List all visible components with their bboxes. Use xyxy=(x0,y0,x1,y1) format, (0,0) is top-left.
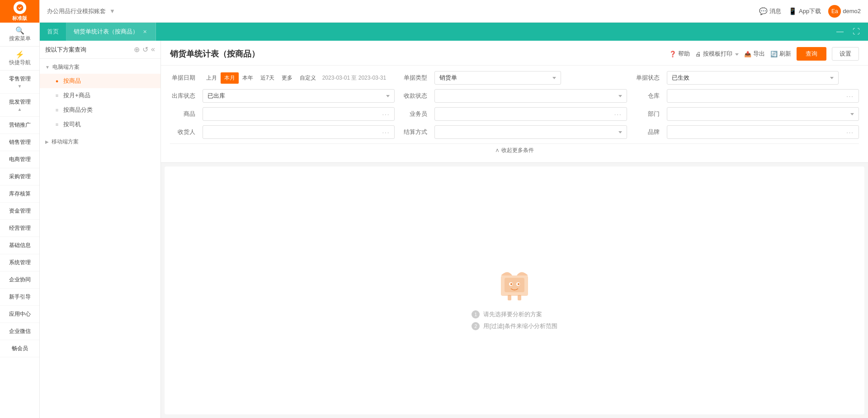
sidebar-item-purchase[interactable]: 采购管理 xyxy=(0,168,39,185)
receiver-input[interactable]: ··· xyxy=(203,125,395,139)
tab-minimize-icon[interactable]: — xyxy=(834,25,846,38)
by-category-label: 按商品分类 xyxy=(63,106,93,114)
main-area: 办公用品行业模拟账套 ▼ 💬 消息 📱 App下载 Ea demo2 首页 销货… xyxy=(40,0,868,418)
tab-bar: 首页 销货单统计表（按商品） ✕ — ⛶ xyxy=(40,23,868,41)
by-product-label: 按商品 xyxy=(63,77,81,85)
scheme-group-mobile-title[interactable]: ▶ 移动端方案 xyxy=(40,135,160,148)
sidebar-item-app-center[interactable]: 应用中心 xyxy=(0,306,39,323)
brand-dots[interactable]: ··· xyxy=(846,129,854,136)
sidebar-item-wechat[interactable]: 企业微信 xyxy=(0,323,39,340)
page-title-area: 销货单统计表（按商品） ❓ 帮助 🖨 按模板打印 📤 导出 xyxy=(161,41,868,66)
sidebar-item-guide[interactable]: 新手引导 xyxy=(0,289,39,306)
receipt-status-chevron xyxy=(618,95,622,97)
sidebar-item-member[interactable]: 畅会员 xyxy=(0,340,39,357)
sidebar-item-basic[interactable]: 基础信息 xyxy=(0,237,39,254)
sidebar-item-wholesale[interactable]: 批发管理 ▲ xyxy=(0,94,39,117)
scheme-group-pc: ▼ 电脑端方案 ● 按商品 ≡ 按月+商品 ≡ 按商品分类 ≡ 按司机 xyxy=(40,59,160,133)
tab-sales-report[interactable]: 销货单统计表（按商品） ✕ xyxy=(66,23,156,41)
svg-point-6 xyxy=(518,283,519,285)
product-dots[interactable]: ··· xyxy=(382,111,390,118)
sidebar-item-sales[interactable]: 销售管理 xyxy=(0,134,39,151)
doc-status-input[interactable]: 已生效 xyxy=(667,71,839,85)
left-panel-title: 按以下方案查询 xyxy=(45,46,86,54)
doc-type-chevron xyxy=(552,77,556,79)
scheme-group-pc-title[interactable]: ▼ 电脑端方案 xyxy=(40,61,160,74)
sidebar-item-enterprise[interactable]: 企业协同 xyxy=(0,271,39,289)
staff-input[interactable]: ··· xyxy=(434,107,627,121)
receiver-label: 收货人 xyxy=(170,128,195,136)
sidebar-item-marketing[interactable]: 营销推广 xyxy=(0,117,39,134)
sidebar-item-ecommerce[interactable]: 电商管理 xyxy=(0,151,39,168)
avatar: Ea xyxy=(828,5,841,18)
sidebar-search[interactable]: 🔍 搜索菜单 xyxy=(0,23,39,47)
sidebar-item-inventory[interactable]: 库存核算 xyxy=(0,185,39,203)
staff-dots[interactable]: ··· xyxy=(614,111,622,118)
doc-type-input[interactable]: 销货单 xyxy=(434,71,561,85)
date-btn-this-month[interactable]: 本月 xyxy=(221,72,239,84)
date-btn-more[interactable]: 更多 xyxy=(278,72,296,84)
scheme-item-by-product[interactable]: ● 按商品 xyxy=(40,74,160,88)
scheme-item-by-driver[interactable]: ≡ 按司机 xyxy=(40,117,160,132)
svg-rect-7 xyxy=(508,295,511,300)
refresh-scheme-icon[interactable]: ↺ xyxy=(142,45,148,54)
quick-nav-label: 快捷导航 xyxy=(3,59,37,66)
scheme-item-by-category[interactable]: ≡ 按商品分类 xyxy=(40,103,160,117)
dept-input[interactable] xyxy=(667,107,859,121)
payment-input[interactable] xyxy=(434,125,627,139)
collapse-panel-icon[interactable]: « xyxy=(151,45,155,54)
empty-state: 1 请先选择要分析的方案 2 用[过滤]条件来缩小分析范围 xyxy=(165,166,864,414)
date-btn-last-month[interactable]: 上月 xyxy=(203,72,221,84)
scheme-item-by-month-product[interactable]: ≡ 按月+商品 xyxy=(40,88,160,103)
sidebar-item-operation[interactable]: 经营管理 xyxy=(0,220,39,237)
warehouse-dots[interactable]: ··· xyxy=(846,93,854,100)
sidebar-item-retail[interactable]: 零售管理 ▼ xyxy=(0,71,39,94)
help-button[interactable]: ❓ 帮助 xyxy=(669,50,690,58)
brand-input[interactable]: ··· xyxy=(667,125,859,139)
out-status-input[interactable]: 已出库 xyxy=(203,89,395,103)
receipt-status-label: 收款状态 xyxy=(402,92,427,100)
header-left: 办公用品行业模拟账套 ▼ xyxy=(47,7,115,15)
tab-close-icon[interactable]: ✕ xyxy=(141,28,148,35)
by-product-icon: ● xyxy=(53,77,61,85)
collapse-more-button[interactable]: ∧ 收起更多条件 xyxy=(170,143,859,157)
date-btn-this-year[interactable]: 本年 xyxy=(239,72,257,84)
mobile-group-arrow: ▶ xyxy=(45,139,49,144)
app-download-button[interactable]: 📱 App下载 xyxy=(788,7,821,15)
sidebar-item-system[interactable]: 系统管理 xyxy=(0,254,39,271)
collapse-label: ∧ 收起更多条件 xyxy=(495,147,533,153)
query-button[interactable]: 查询 xyxy=(797,47,826,61)
finance-label: 资金管理 xyxy=(9,207,31,215)
add-scheme-icon[interactable]: ⊕ xyxy=(134,45,140,54)
date-btn-custom[interactable]: 自定义 xyxy=(296,72,320,84)
user-profile[interactable]: Ea demo2 xyxy=(828,5,861,18)
out-status-chevron xyxy=(386,95,390,97)
settings-button[interactable]: 设置 xyxy=(832,47,859,61)
doc-type-label: 单据类型 xyxy=(402,74,427,82)
tab-maximize-icon[interactable]: ⛶ xyxy=(850,25,863,38)
date-btn-7days[interactable]: 近7天 xyxy=(257,72,278,84)
svg-rect-8 xyxy=(518,295,521,300)
export-icon: 📤 xyxy=(744,51,751,57)
warehouse-input[interactable]: ··· xyxy=(667,89,859,103)
print-button[interactable]: 🖨 按模板打印 xyxy=(695,50,739,58)
receipt-status-input[interactable] xyxy=(434,89,627,103)
message-button[interactable]: 💬 消息 xyxy=(759,7,781,15)
brand-control: ··· xyxy=(667,125,859,139)
step2-label: 用[过滤]条件来缩小分析范围 xyxy=(483,322,557,330)
doc-status-value: 已生效 xyxy=(672,74,689,82)
inventory-label: 库存核算 xyxy=(9,190,31,198)
receiver-dots[interactable]: ··· xyxy=(382,129,390,136)
filter-row-1: 单据日期 上月 本月 本年 近7天 更多 自定义 2023-03-01 至 20… xyxy=(170,71,859,85)
industry-dropdown-icon[interactable]: ▼ xyxy=(109,8,115,14)
sidebar-quick-nav[interactable]: ⚡ 快捷导航 xyxy=(0,47,39,71)
tab-home[interactable]: 首页 xyxy=(40,23,66,41)
receipt-status-control xyxy=(434,89,627,103)
refresh-button[interactable]: 🔄 刷新 xyxy=(770,50,791,58)
dept-label: 部门 xyxy=(634,110,660,118)
print-icon: 🖨 xyxy=(695,51,701,57)
empty-step-2: 2 用[过滤]条件来缩小分析范围 xyxy=(472,322,557,330)
svg-point-5 xyxy=(510,283,512,285)
sidebar-item-finance[interactable]: 资金管理 xyxy=(0,203,39,220)
product-input[interactable]: ··· xyxy=(203,107,395,121)
export-button[interactable]: 📤 导出 xyxy=(744,50,765,58)
